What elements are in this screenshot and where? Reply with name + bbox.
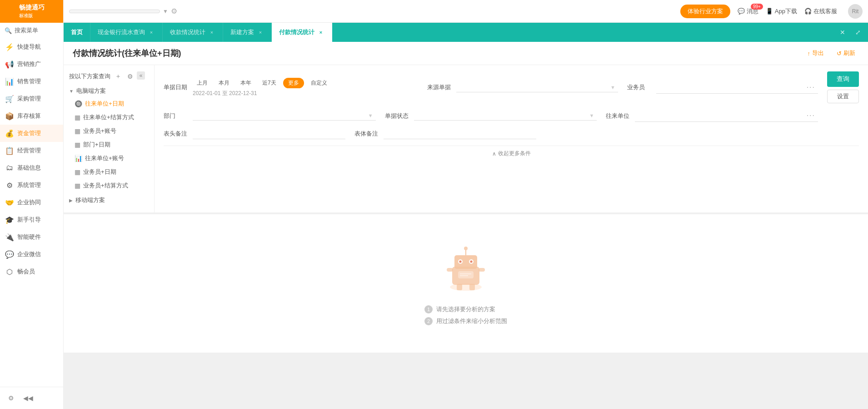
empty-tip-2: 2 用过滤条件来缩小分析范围 (424, 317, 507, 325)
sidebar-item-inventory[interactable]: 📦 库存核算 (0, 107, 63, 125)
sidebar-item-label: 企业协同 (17, 198, 41, 207)
export-btn[interactable]: ↑ 导出 (804, 47, 828, 59)
sidebar-item-enterprise[interactable]: 🤝 企业协同 (0, 194, 63, 211)
collapse-bar[interactable]: ∧ 收起更多条件 (164, 146, 859, 161)
related-unit-picker[interactable]: ··· (635, 110, 818, 122)
tab-new-scheme-label: 新建方案 (230, 28, 254, 36)
close-all-tabs-btn[interactable]: ✕ (836, 26, 849, 39)
staff-picker[interactable]: ··· (656, 81, 818, 94)
search-menu[interactable]: 🔍 搜索菜单 (0, 23, 63, 38)
sidebar-bottom: ⚙ ◀◀ (0, 387, 63, 409)
tab-home[interactable]: 首页 (64, 23, 90, 42)
tab-receipt-stat[interactable]: 收款情况统计 × (163, 23, 223, 42)
scheme-item-radio-icon: 🔘 (75, 100, 82, 107)
filter-settings-btn[interactable]: 设置 (827, 90, 859, 103)
sidebar-item-label: 销售管理 (17, 77, 41, 86)
scheme-group-desktop: ▼ 电脑端方案 🔘 往来单位+日期 ▦ 往来单位+结算方式 ▦ 业务员+账号 (64, 85, 154, 192)
body-note-input[interactable] (384, 128, 536, 139)
sidebar-item-operations[interactable]: 📋 经营管理 (0, 142, 63, 159)
tab-new-scheme-close[interactable]: × (257, 29, 264, 36)
hardware-icon: 🔌 (5, 233, 14, 241)
query-btn[interactable]: 查询 (827, 71, 859, 87)
scheme-item-staff-settle[interactable]: ▦ 业务员+结算方式 (64, 179, 154, 192)
scheme-item-staff-account[interactable]: ▦ 业务员+账号 (64, 124, 154, 138)
scheme-item-unit-account[interactable]: 📊 往来单位+账号 (64, 151, 154, 165)
trial-btn[interactable]: 体验行业方案 (680, 5, 730, 18)
tip-num-2: 2 (424, 317, 433, 325)
user-name: Rit (852, 8, 859, 15)
tab-new-scheme[interactable]: 新建方案 × (223, 23, 272, 42)
tab-payment-stat[interactable]: 付款情况统计 × (272, 23, 332, 42)
scheme-item-unit-date[interactable]: 🔘 往来单位+日期 (64, 97, 154, 111)
sidebar-item-base-info[interactable]: 🗂 基础信息 (0, 159, 63, 177)
scheme-header-title: 按以下方案查询 (69, 72, 110, 81)
message-action[interactable]: 💬 消息 99+ (738, 7, 758, 15)
sidebar-item-guide[interactable]: 🎓 新手引导 (0, 211, 63, 228)
settings-gear-icon[interactable]: ⚙ (171, 7, 177, 15)
sidebar-item-purchase[interactable]: 🛒 采购管理 (0, 90, 63, 107)
sidebar-item-marketing[interactable]: 📢 营销推广 (0, 56, 63, 73)
sidebar-item-sales[interactable]: 📊 销售管理 (0, 73, 63, 90)
scheme-item-label: 业务员+账号 (83, 127, 116, 135)
address-dropdown-icon[interactable]: ▼ (163, 8, 168, 15)
sidebar-item-quick-nav[interactable]: ⚡ 快捷导航 (0, 38, 63, 56)
scheme-collapse-btn[interactable]: « (137, 71, 145, 80)
svg-rect-12 (479, 268, 485, 272)
scheme-group-desktop-header[interactable]: ▼ 电脑端方案 (64, 85, 154, 97)
dept-select[interactable]: ▼ (193, 111, 376, 121)
filter-row-3: 表头备注 表体备注 (164, 128, 859, 139)
scheme-item-label: 业务员+结算方式 (83, 182, 128, 190)
date-btn-custom[interactable]: 自定义 (307, 77, 331, 89)
user-profile[interactable]: Rit (848, 4, 863, 19)
sidebar-item-label: 企业微信 (17, 250, 41, 258)
tab-receipt-stat-close[interactable]: × (208, 29, 215, 36)
empty-illustration (439, 242, 493, 296)
date-btn-this-year[interactable]: 本年 (236, 77, 255, 89)
tab-payment-stat-close[interactable]: × (317, 29, 324, 36)
sidebar-item-label: 经营管理 (17, 146, 41, 155)
date-btn-last-7days[interactable]: 近7天 (258, 77, 280, 89)
customer-service-action[interactable]: 🎧 在线客服 (804, 7, 837, 15)
related-unit-label: 往来单位 (606, 112, 631, 120)
body-note-label: 表体备注 (354, 130, 380, 138)
scheme-group-arrow: ▼ (69, 89, 74, 94)
scheme-sidebar: 按以下方案查询 ＋ ⚙ « ▼ 电脑端方案 🔘 往来单位+日期 (64, 65, 155, 212)
date-btn-last-month[interactable]: 上月 (193, 77, 212, 89)
address-bar[interactable] (69, 10, 160, 13)
staff-field: 业务员 ··· (627, 81, 818, 94)
sidebar-item-vip[interactable]: ⬡ 畅会员 (0, 263, 63, 280)
scheme-item-label: 业务员+日期 (83, 168, 116, 176)
sidebar-item-wechat[interactable]: 💬 企业微信 (0, 246, 63, 263)
sidebar-item-system[interactable]: ⚙ 系统管理 (0, 177, 63, 194)
date-btn-this-month[interactable]: 本月 (215, 77, 234, 89)
scheme-item-unit-settle[interactable]: ▦ 往来单位+结算方式 (64, 111, 154, 124)
scheme-group-mobile-header[interactable]: ▶ 移动端方案 (64, 194, 154, 206)
address-bar-area: ▼ ⚙ (69, 7, 677, 15)
scheme-settings-btn[interactable]: ⚙ (125, 71, 135, 81)
scheme-item-table-icon3: ▦ (75, 141, 80, 148)
refresh-btn[interactable]: ↺ 刷新 (833, 47, 859, 59)
sidebar-settings-btn[interactable]: ⚙ (5, 392, 17, 404)
staff-label: 业务员 (627, 83, 653, 91)
app-download-action[interactable]: 📱 App下载 (766, 7, 797, 15)
app-version: 标准版 (19, 13, 45, 19)
maximize-btn[interactable]: ⤢ (852, 26, 864, 39)
scheme-group-mobile-arrow: ▶ (69, 198, 73, 203)
scheme-item-staff-date[interactable]: ▦ 业务员+日期 (64, 165, 154, 179)
scheme-add-btn[interactable]: ＋ (113, 71, 123, 81)
header-note-input[interactable] (193, 128, 345, 139)
tab-bank-flow-close[interactable]: × (148, 29, 155, 36)
tab-bank-flow[interactable]: 现金银行流水查询 × (90, 23, 163, 42)
date-btn-more[interactable]: 更多 (283, 78, 304, 88)
sidebar-item-finance[interactable]: 💰 资金管理 (0, 125, 63, 142)
sidebar: 畅捷通巧 标准版 🔍 搜索菜单 ⚡ 快捷导航 📢 营销推广 📊 销售管理 🛒 采… (0, 0, 64, 409)
message-badge: 99+ (751, 4, 763, 10)
scheme-item-label: 往来单位+账号 (85, 154, 124, 162)
date-range-display[interactable]: 2022-01-01 至 2022-12-31 (193, 90, 418, 97)
sidebar-item-hardware[interactable]: 🔌 智能硬件 (0, 228, 63, 246)
source-select[interactable]: ▼ (456, 83, 618, 92)
doc-status-select[interactable]: ▼ (414, 111, 597, 121)
sidebar-collapse-btn[interactable]: ◀◀ (22, 392, 35, 404)
svg-rect-10 (469, 284, 475, 290)
scheme-item-dept-date[interactable]: ▦ 部门+日期 (64, 138, 154, 151)
